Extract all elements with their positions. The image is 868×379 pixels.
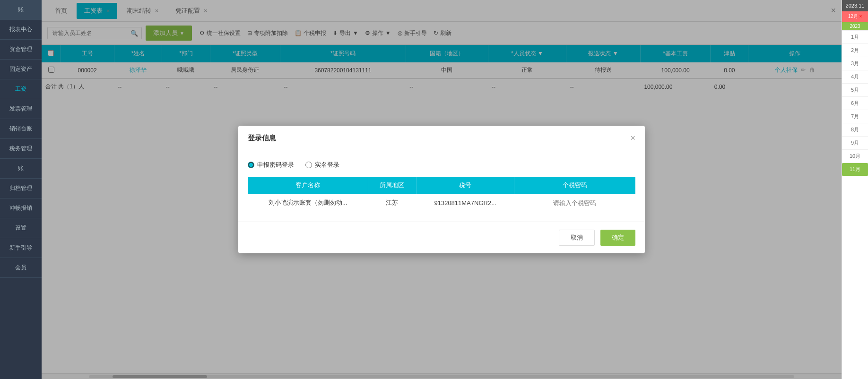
sidebar-item-账[interactable]: 账 (0, 0, 42, 20)
cal-close-icon: × (859, 14, 862, 19)
cell-tax-no: 91320811MA7NGR2... (417, 194, 514, 212)
dialog-header: 登录信息 × (238, 126, 645, 151)
sidebar-item-archive[interactable]: 归档管理 (0, 179, 42, 198)
sidebar-item-salary[interactable]: 工资 (0, 79, 42, 99)
cell-client-name: 刘小艳演示账套（勿删勿动... (248, 194, 368, 212)
sidebar-item-expense[interactable]: 冲畅报销 (0, 198, 42, 218)
calendar-year: 2023.11 (842, 0, 868, 11)
th-tax-password: 个税密码 (514, 177, 635, 194)
sidebar: 账 报表中心 资金管理 固定资产 工资 发票管理 销销台账 税务管理 账 归档管… (0, 0, 42, 379)
sidebar-item-guide[interactable]: 新手引导 (0, 238, 42, 258)
calendar-month-7[interactable]: 7月 (842, 110, 868, 123)
sidebar-item-invoice[interactable]: 发票管理 (0, 99, 42, 119)
radio-realname-login[interactable]: 实名登录 (305, 161, 339, 169)
sidebar-item-sales[interactable]: 销销台账 (0, 119, 42, 139)
calendar-month-3[interactable]: 3月 (842, 57, 868, 70)
calendar-month-12-close[interactable]: 12月 × (842, 11, 868, 22)
dialog-overlay: 登录信息 × 申报密码登录 实名登录 (42, 0, 842, 379)
main-area: 首页 工资表 × 期末结转 × 凭证配置 × × 🔍 添加人员 ▼ (42, 0, 842, 379)
calendar-month-4[interactable]: 4月 (842, 70, 868, 84)
calendar-month-1[interactable]: 1月 (842, 31, 868, 44)
dialog-close-button[interactable]: × (630, 133, 635, 143)
sidebar-item-tax[interactable]: 税务管理 (0, 139, 42, 159)
cancel-button[interactable]: 取消 (559, 230, 595, 246)
dialog-title: 登录信息 (248, 134, 276, 143)
calendar-month-11[interactable]: 11月 (842, 163, 868, 176)
radio-password-login[interactable]: 申报密码登录 (248, 161, 294, 169)
th-tax-no: 税号 (417, 177, 514, 194)
cell-tax-password[interactable] (514, 194, 635, 212)
calendar-month-9[interactable]: 9月 (842, 137, 868, 150)
login-info-row: 刘小艳演示账套（勿删勿动... 江苏 91320811MA7NGR2... (248, 194, 635, 212)
sidebar-item-settings[interactable]: 设置 (0, 218, 42, 238)
dialog-footer: 取消 确定 (238, 222, 645, 253)
calendar-month-8[interactable]: 8月 (842, 123, 868, 137)
dialog-body: 申报密码登录 实名登录 客户名称 所属地区 税号 (238, 151, 645, 222)
calendar-month-5[interactable]: 5月 (842, 84, 868, 97)
confirm-button[interactable]: 确定 (600, 230, 635, 246)
year-2023-badge: 2023 (842, 22, 868, 31)
calendar-month-10[interactable]: 10月 (842, 150, 868, 163)
calendar-month-6[interactable]: 6月 (842, 97, 868, 110)
th-client-name: 客户名称 (248, 177, 368, 194)
sidebar-item-account[interactable]: 账 (0, 159, 42, 179)
radio-realname-input[interactable] (305, 162, 312, 168)
app-container: 账 报表中心 资金管理 固定资产 工资 发票管理 销销台账 税务管理 账 归档管… (0, 0, 868, 379)
login-dialog: 登录信息 × 申报密码登录 实名登录 (238, 126, 645, 253)
radio-group: 申报密码登录 实名登录 (248, 161, 635, 169)
th-region: 所属地区 (368, 177, 417, 194)
right-panel: 2023.11 12月 × 2023 1月 2月 3月 4月 5月 6月 7月 … (842, 0, 868, 379)
tax-password-input[interactable] (520, 199, 630, 207)
calendar-month-2[interactable]: 2月 (842, 44, 868, 57)
login-info-table: 客户名称 所属地区 税号 个税密码 刘小艳演示账套（勿删勿动... 江苏 913… (248, 177, 635, 212)
cell-region: 江苏 (368, 194, 417, 212)
sidebar-item-member[interactable]: 会员 (0, 258, 42, 278)
sidebar-item-fund[interactable]: 资金管理 (0, 40, 42, 60)
radio-password-input[interactable] (248, 162, 254, 168)
sidebar-item-report[interactable]: 报表中心 (0, 20, 42, 40)
sidebar-item-asset[interactable]: 固定资产 (0, 60, 42, 79)
